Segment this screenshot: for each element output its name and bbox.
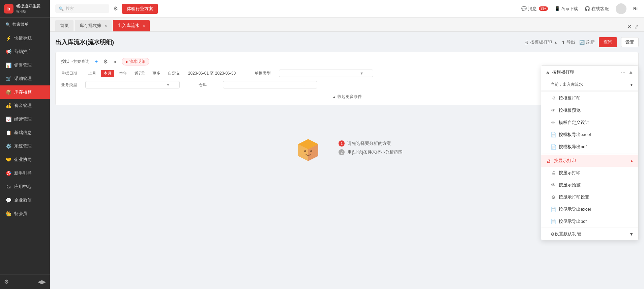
search-menu-btn[interactable]: 🔍 搜索菜单 [3, 20, 47, 29]
dp-item-display-preview[interactable]: 👁 按显示预览 [541, 179, 638, 191]
step-1-num: 1 [339, 140, 345, 147]
sidebar-item-sales[interactable]: 📊 销售管理 [0, 58, 50, 72]
sidebar-item-inventory[interactable]: 📦 库存核算 [0, 85, 50, 99]
user-avatar[interactable] [616, 3, 626, 14]
tab-flow[interactable]: 出入库流水 × [113, 20, 150, 31]
sidebar-item-member[interactable]: 👑 畅会员 [0, 207, 50, 220]
dp-display-print-icon: 🖨 [551, 170, 556, 176]
appcenter-icon: 🗂 [5, 184, 11, 189]
sidebar-item-finance[interactable]: 💰 资金管理 [0, 99, 50, 112]
message-icon: 💬 [521, 6, 527, 11]
filter-settings-btn[interactable]: ⚙ [103, 58, 108, 65]
tab-home[interactable]: 首页 [55, 20, 74, 31]
dp-current[interactable]: 当前：出入库流水 ▼ [541, 79, 638, 90]
query-btn[interactable]: 查询 [599, 37, 617, 47]
tab-batch[interactable]: 库存批次账 × [75, 20, 112, 31]
sidebar-item-marketing[interactable]: 📢 营销推广 [0, 45, 50, 58]
svg-point-5 [310, 150, 312, 152]
dp-footer[interactable]: ⚙ 设置默认功能 ▼ [541, 228, 638, 240]
phone-icon: 📱 [555, 6, 560, 11]
member-icon: 👑 [5, 211, 11, 216]
dp-display-excel-icon: 📄 [551, 207, 556, 212]
sidebar-item-basic[interactable]: 📋 基础信息 [0, 126, 50, 139]
filter-collapse-btn[interactable]: « [113, 59, 116, 65]
sidebar-logo: b 畅捷通好生意 标准版 [0, 0, 50, 18]
warehouse-select[interactable]: ··· [223, 81, 317, 88]
filter-tag[interactable]: ● 流水明细 [122, 58, 149, 65]
sidebar-item-operations[interactable]: 📈 经营管理 [0, 112, 50, 126]
wechat-icon: 💬 [5, 198, 11, 203]
dp-more-icon[interactable]: ··· [621, 69, 625, 75]
sidebar-item-appcenter[interactable]: 🗂 应用中心 [0, 180, 50, 193]
topbar-search[interactable]: 🔍 搜索 [55, 4, 109, 13]
dp-item-template-custom[interactable]: ✏ 模板自定义设计 [541, 116, 638, 129]
dp-preview-icon: 👁 [551, 108, 556, 113]
dp-pdf-icon: 📄 [551, 144, 556, 150]
dp-collapse-icon[interactable]: ▲ [628, 69, 634, 75]
guide-icon: 🎯 [5, 170, 11, 176]
print-template-btn[interactable]: 🖨 按模板打印 ▲ [524, 39, 557, 45]
dp-item-display-excel[interactable]: 📄 按显示导出excel [541, 203, 638, 215]
dp-display-print-group-icon: 🖨 [546, 158, 551, 163]
sidebar-item-label: 销售管理 [14, 62, 32, 68]
dp-group-collapse-icon: ▲ [630, 159, 634, 163]
date-tab-this-year[interactable]: 本年 [116, 70, 130, 77]
topbar-gear-icon[interactable]: ⚙ [113, 5, 118, 12]
inventory-icon: 📦 [5, 89, 11, 95]
date-tab-this-month[interactable]: 本月 [101, 70, 114, 77]
sidebar-bottom: ⚙ ◀▶ [0, 274, 50, 289]
sidebar-item-wechat[interactable]: 💬 企业微信 [0, 193, 50, 207]
dp-item-template-print[interactable]: 🖨 按模板打印 [541, 92, 638, 104]
date-tab-7days[interactable]: 近7天 [132, 70, 148, 77]
date-tab-custom[interactable]: 自定义 [165, 70, 183, 77]
empty-illustration [291, 132, 325, 166]
system-icon: ⚙️ [5, 143, 11, 149]
sidebar-item-purchase[interactable]: 🛒 采购管理 [0, 72, 50, 85]
settings-btn[interactable]: 设置 [621, 37, 639, 47]
sidebar-item-label: 营销推广 [14, 49, 32, 55]
shortcut-icon: ⚡ [5, 35, 11, 41]
online-service-btn[interactable]: 🎧 在线客服 [585, 6, 609, 12]
refresh-btn[interactable]: 🔄 刷新 [579, 39, 595, 45]
sidebar-nav: ⚡ 快捷导航 📢 营销推广 📊 销售管理 🛒 采购管理 📦 库存核算 💰 资金管… [0, 31, 50, 274]
refresh-icon: 🔄 [579, 40, 585, 45]
tab-close-batch[interactable]: × [105, 24, 107, 28]
sidebar-item-label: 系统管理 [14, 143, 32, 149]
settings-icon[interactable]: ⚙ [4, 279, 9, 285]
sidebar-item-guide[interactable]: 🎯 新手引导 [0, 166, 50, 180]
sidebar-toggle-icon[interactable]: ◀▶ [38, 279, 46, 285]
filter-add-btn[interactable]: + [95, 59, 98, 65]
export-btn[interactable]: ⬆ 导出 [561, 39, 575, 45]
collapse-more-btn[interactable]: ▲ 收起更多条件 [332, 94, 362, 100]
sidebar-item-enterprise[interactable]: 🤝 企业协同 [0, 153, 50, 166]
sidebar-item-shortcut[interactable]: ⚡ 快捷导航 [0, 31, 50, 45]
dropdown-panel: 🖨 按模板打印 ··· ▲ 当前：出入库流水 ▼ 🖨 按模板打印 👁 按模板预览 [541, 65, 639, 240]
page-header: 出入库流水(流水明细) 🖨 按模板打印 ▲ ⬆ 导出 🔄 刷新 查询 设置 [55, 37, 639, 47]
dp-display-preview-icon: 👁 [551, 182, 556, 188]
dp-item-display-settings[interactable]: ⚙ 按显示打印设置 [541, 191, 638, 203]
date-tab-more[interactable]: 更多 [150, 70, 163, 77]
message-btn[interactable]: 💬 消息 99+ [521, 6, 548, 12]
marketing-icon: 📢 [5, 49, 11, 54]
sidebar-item-system[interactable]: ⚙️ 系统管理 [0, 139, 50, 153]
export-icon: ⬆ [561, 40, 565, 45]
empty-steps: 1 请先选择要分析的方案 2 用[过滤]条件来缩小分析范围 [339, 140, 402, 158]
dp-item-template-preview[interactable]: 👁 按模板预览 [541, 104, 638, 116]
dp-item-template-excel[interactable]: 📄 按模板导出excel [541, 129, 638, 141]
tab-expand-icon[interactable]: ⤢ [634, 24, 639, 30]
dp-item-template-pdf[interactable]: 📄 按模板导出pdf [541, 141, 638, 153]
page-content: 出入库流水(流水明细) 🖨 按模板打印 ▲ ⬆ 导出 🔄 刷新 查询 设置 [50, 32, 644, 289]
doc-type-label: 单据类型 [255, 71, 273, 76]
date-tab-last-month[interactable]: 上月 [85, 70, 99, 77]
dp-item-display-print-group[interactable]: 🖨 按显示打印 ▲ [541, 155, 638, 167]
doc-type-select[interactable]: ▼ [279, 70, 373, 77]
tab-close-flow[interactable]: × [143, 24, 145, 28]
app-download-btn[interactable]: 📱 App下载 [555, 6, 578, 12]
sidebar-search[interactable]: 🔍 搜索菜单 [0, 18, 50, 31]
dp-item-display-pdf[interactable]: 📄 按显示导出pdf [541, 215, 638, 228]
dp-item-display-print[interactable]: 🖨 按显示打印 [541, 167, 638, 179]
tab-close-all-icon[interactable]: ✕ [627, 24, 632, 30]
warehouse-label: 仓库 [199, 82, 217, 88]
trial-btn[interactable]: 体验行业方案 [122, 4, 158, 14]
biz-type-select[interactable]: ▼ [85, 81, 180, 88]
